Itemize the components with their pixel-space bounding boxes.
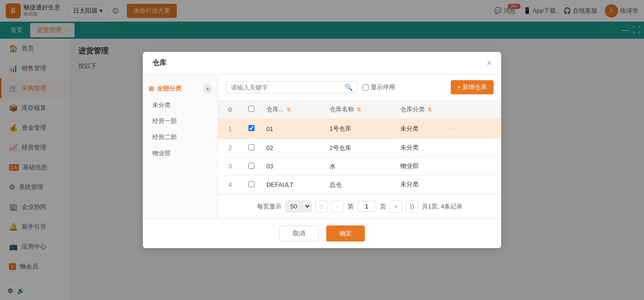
- row-name: 1号仓库: [324, 119, 395, 139]
- search-icon: 🔍: [345, 83, 353, 91]
- row-checkbox[interactable]: [248, 125, 255, 131]
- col-name-label: 仓库名称: [330, 106, 354, 113]
- col-header-check: [242, 100, 261, 119]
- category-item-dept2[interactable]: 经营二部: [143, 129, 218, 145]
- row-category: 未分类···: [395, 119, 501, 139]
- modal-close-btn[interactable]: ×: [487, 59, 492, 67]
- confirm-btn[interactable]: 确定: [326, 225, 365, 242]
- row-checkbox-cell: [242, 119, 261, 139]
- row-name: 2号仓库: [324, 139, 395, 157]
- table-row: 3 03 水 物业部: [218, 157, 501, 175]
- modal-category-sidebar: ⊞ 全部分类 « 未分类 经营一部 经营二部 物业部: [143, 75, 218, 218]
- col-code-label: 仓库...: [266, 106, 284, 113]
- sort-category-icon[interactable]: ⇅: [428, 107, 432, 113]
- per-page-label: 每页显示: [257, 202, 281, 211]
- row-num: 2: [218, 139, 242, 157]
- page-next-btn[interactable]: ›: [390, 200, 402, 213]
- row-code: 03: [261, 157, 324, 175]
- row-category: 物业部: [395, 157, 501, 175]
- col-header-name: 仓库名称 ⇅: [324, 100, 395, 119]
- modal-overlay: 仓库 × ⊞ 全部分类 « 未分类 经营一部 经营二部 物业部: [0, 0, 644, 300]
- col-category-label: 仓库分类: [400, 106, 425, 113]
- page-input[interactable]: [357, 201, 376, 212]
- add-warehouse-btn[interactable]: + 新增仓库: [451, 80, 494, 94]
- modal-main-content: 🔍 显示停用 + 新增仓库 ⚙: [218, 75, 501, 218]
- show-disabled-checkbox[interactable]: 显示停用: [363, 83, 395, 92]
- col-header-category: 仓库分类 ⇅: [395, 100, 501, 119]
- row-code: 01: [261, 119, 324, 139]
- col-header-code: 仓库... ⇅: [261, 100, 324, 119]
- row-checkbox-cell: [242, 139, 261, 157]
- grid-icon: ⊞: [149, 85, 154, 92]
- page-first-btn[interactable]: ⟨⟨: [315, 200, 328, 213]
- row-checkbox-cell: [242, 157, 261, 175]
- row-category: 未分类: [395, 139, 501, 157]
- modal-title: 仓库: [152, 58, 166, 67]
- modal-body: ⊞ 全部分类 « 未分类 经营一部 经营二部 物业部 🔍: [143, 75, 501, 218]
- row-name: 水: [324, 157, 395, 175]
- modal-header: 仓库 ×: [143, 52, 501, 75]
- category-item-property[interactable]: 物业部: [143, 145, 218, 161]
- row-actions[interactable]: ···: [447, 124, 454, 133]
- page-last-btn[interactable]: ⟩⟩: [406, 200, 418, 213]
- row-code: DEFAULT: [261, 175, 324, 194]
- modal-actions: 取消 确定: [143, 218, 501, 248]
- col-header-gear: ⚙: [218, 100, 242, 119]
- sort-code-icon[interactable]: ⇅: [287, 107, 291, 113]
- modal-toolbar: 🔍 显示停用 + 新增仓库: [218, 75, 501, 100]
- table-row: 1 01 1号仓库 未分类···: [218, 119, 501, 139]
- cancel-btn[interactable]: 取消: [279, 225, 319, 242]
- row-num: 4: [218, 175, 242, 194]
- select-all-checkbox[interactable]: [248, 106, 255, 112]
- table-row: 2 02 2号仓库 未分类: [218, 139, 501, 157]
- search-input[interactable]: [231, 84, 342, 91]
- per-page-select[interactable]: 50 100 200: [285, 200, 312, 212]
- disabled-checkbox-input[interactable]: [363, 84, 369, 91]
- page-prev-btn[interactable]: ‹: [331, 200, 344, 213]
- row-num: 1: [218, 119, 242, 139]
- page-suffix: 页: [380, 202, 386, 211]
- row-checkbox[interactable]: [248, 163, 255, 169]
- sidebar-collapse-btn[interactable]: «: [203, 84, 212, 93]
- table-header-row: ⚙ 仓库... ⇅ 仓库名称 ⇅: [218, 100, 501, 119]
- sort-name-icon[interactable]: ⇅: [357, 107, 361, 113]
- row-num: 3: [218, 157, 242, 175]
- warehouse-table-wrap: ⚙ 仓库... ⇅ 仓库名称 ⇅: [218, 100, 501, 194]
- table-row: 4 DEFAULT 总仓 未分类: [218, 175, 501, 194]
- sidebar-header-label: 全部分类: [157, 84, 182, 93]
- row-checkbox-cell: [242, 175, 261, 194]
- row-name: 总仓: [324, 175, 395, 194]
- category-item-uncategorized[interactable]: 未分类: [143, 97, 218, 113]
- page-label: 第: [347, 202, 354, 211]
- modal-sidebar-header: ⊞ 全部分类 «: [143, 80, 218, 97]
- row-category: 未分类: [395, 175, 501, 194]
- pagination-bar: 每页显示 50 100 200 ⟨⟨ ‹ 第 页 › ⟩⟩ 共1页, 4条记录: [218, 194, 501, 218]
- total-info: 共1页, 4条记录: [422, 202, 463, 211]
- row-checkbox[interactable]: [248, 181, 255, 187]
- category-item-dept1[interactable]: 经营一部: [143, 113, 218, 129]
- warehouse-table: ⚙ 仓库... ⇅ 仓库名称 ⇅: [218, 100, 501, 194]
- search-box[interactable]: 🔍: [226, 81, 358, 93]
- row-code: 02: [261, 139, 324, 157]
- show-disabled-label: 显示停用: [371, 83, 395, 92]
- row-checkbox[interactable]: [248, 144, 255, 150]
- modal-warehouse: 仓库 × ⊞ 全部分类 « 未分类 经营一部 经营二部 物业部: [143, 52, 501, 248]
